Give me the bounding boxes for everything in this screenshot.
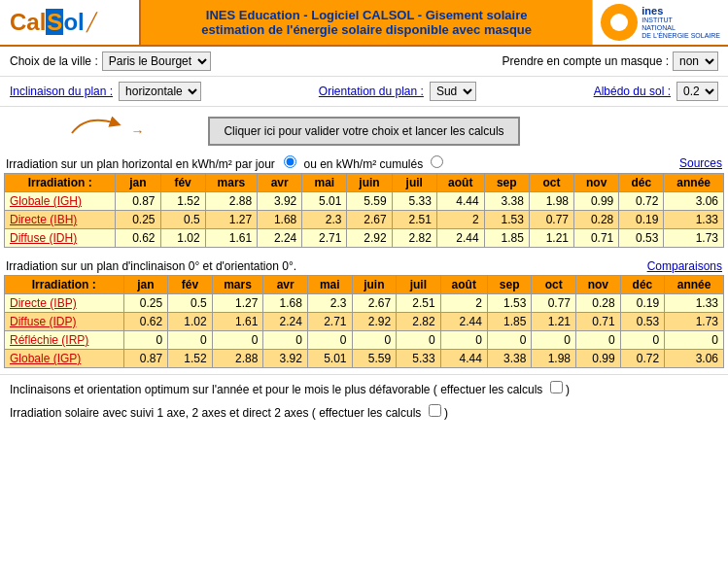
table1: Irradiation : jan fév mars avr mai juin … — [4, 173, 724, 248]
mask-select[interactable]: non — [673, 51, 718, 71]
calc-checkbox-1[interactable] — [550, 381, 563, 393]
table1-section-header: Irradiation sur un plan horizontal en kW… — [0, 152, 728, 173]
col-fev: fév — [160, 174, 205, 192]
orientation-select[interactable]: Sud — [430, 82, 476, 101]
table2-section-label: Irradiation sur un plan d'inclinaison 0°… — [6, 259, 296, 273]
col-mars: mars — [205, 174, 257, 192]
city-select[interactable]: Paris le Bourget — [102, 51, 211, 71]
row-diffuse-idh-label[interactable]: Diffuse (IDH) — [5, 229, 116, 248]
row-globale-igh-label[interactable]: Globale (IGH) — [5, 192, 116, 211]
col-annee: année — [664, 174, 724, 192]
radio-per-day[interactable] — [284, 155, 296, 168]
col-nov: nov — [574, 174, 619, 192]
albedo-select[interactable]: 0.2 — [676, 82, 718, 101]
row-directe-ibh-label[interactable]: Directe (IBH) — [5, 211, 116, 229]
validate-button[interactable]: Cliquer ici pour valider votre choix et … — [208, 117, 519, 146]
col-sep: sep — [484, 174, 529, 192]
table2: Irradiation : janfévmarsavrmaijuinjuilao… — [4, 275, 724, 368]
table-row: Diffuse (IDP) 0.621.021.612.242.712.922.… — [5, 313, 724, 331]
logo: CalSol — [10, 9, 85, 36]
row-globale-igp-label[interactable]: Globale (IGP) — [5, 350, 124, 368]
col-juin: juin — [347, 174, 392, 192]
inclination-label[interactable]: Inclinaison du plan : — [10, 85, 113, 98]
table-row: Directe (IBH) 0.250.51.271.682.32.672.51… — [5, 211, 724, 229]
col-irradiation-header2: Irradiation : — [5, 276, 124, 294]
mask-label: Prendre en compte un masque : — [503, 54, 669, 68]
sources-link[interactable]: Sources — [679, 156, 722, 170]
col-irradiation-header: Irradiation : — [5, 174, 116, 192]
bottom-section: Inclinaisons et orientation optimum sur … — [0, 374, 728, 426]
arrow-decoration: → — [130, 123, 144, 139]
table-row: Globale (IGP) 0.871.522.883.925.015.595.… — [5, 350, 724, 368]
col-juil: juil — [392, 174, 436, 192]
col-jan: jan — [116, 174, 160, 192]
comparaisons-link[interactable]: Comparaisons — [647, 259, 722, 273]
inclination-select[interactable]: horizontale — [119, 82, 201, 101]
table1-wrap: Irradiation : jan fév mars avr mai juin … — [0, 173, 728, 254]
bottom-text2: Irradiation solaire avec suivi 1 axe, 2 … — [10, 404, 718, 420]
table1-section-label: Irradiation sur un plan horizontal en kW… — [6, 155, 443, 171]
col-oct: oct — [529, 174, 573, 192]
title-line1: INES Education - Logiciel CALSOL - Gisem… — [206, 8, 528, 22]
ines-logo-area: ines INSTITUTNATIONALDE L'ÉNERGIE SOLAIR… — [592, 0, 728, 45]
table-row: Directe (IBP) 0.250.51.271.682.32.672.51… — [5, 294, 724, 313]
table2-header-row: Irradiation : janfévmarsavrmaijuinjuilao… — [5, 276, 724, 294]
radio-cumulated[interactable] — [431, 155, 443, 168]
table-row: Réfléchie (IRP) 0000000000000 — [5, 331, 724, 350]
header-title: INES Education - Logiciel CALSOL - Gisem… — [141, 0, 592, 45]
col-avr: avr — [258, 174, 302, 192]
bottom-text1: Inclinaisons et orientation optimum sur … — [10, 381, 718, 396]
city-label: Choix de la ville : — [10, 54, 98, 68]
table2-wrap: Irradiation : janfévmarsavrmaijuinjuilao… — [0, 275, 728, 374]
col-aout: août — [436, 174, 484, 192]
albedo-label[interactable]: Albédo du sol : — [594, 85, 671, 98]
table-row: Globale (IGH) 0.871.522.883.925.015.595.… — [5, 192, 724, 211]
title-line2: estimation de l'énergie solaire disponib… — [201, 22, 532, 37]
col-mai: mai — [302, 174, 347, 192]
calc-checkbox-2[interactable] — [429, 404, 441, 417]
cell: 0.87 — [116, 192, 160, 211]
ines-text: ines — [641, 5, 720, 17]
validate-section: → Cliquer ici pour valider votre choix e… — [0, 107, 728, 152]
table2-section-header: Irradiation sur un plan d'inclinaison 0°… — [0, 254, 728, 275]
row-reflechie-irp-label[interactable]: Réfléchie (IRP) — [5, 331, 124, 350]
table1-header-row: Irradiation : jan fév mars avr mai juin … — [5, 174, 724, 192]
orientation-label[interactable]: Orientation du plan : — [319, 85, 424, 98]
row-diffuse-idp-label[interactable]: Diffuse (IDP) — [5, 313, 124, 331]
table-row: Diffuse (IDH) 0.621.021.612.242.712.922.… — [5, 229, 724, 248]
logo-area: CalSol ╱ — [0, 0, 141, 45]
col-dec: déc — [619, 174, 664, 192]
ines-subtext: INSTITUTNATIONALDE L'ÉNERGIE SOLAIRE — [641, 17, 720, 39]
row-directe-ibp-label[interactable]: Directe (IBP) — [5, 294, 124, 313]
